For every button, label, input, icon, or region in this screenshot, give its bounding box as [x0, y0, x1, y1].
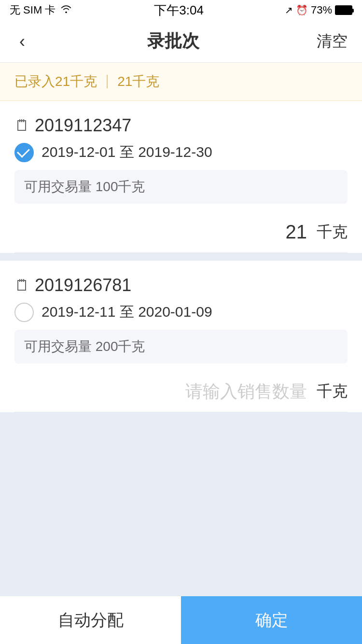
summary-value: 21千克 — [117, 72, 159, 91]
quantity-unit-1: 千克 — [317, 222, 348, 243]
nav-bar: ‹ 录批次 清空 — [0, 20, 362, 63]
batch-doc-icon-2: 🗒 — [14, 277, 30, 294]
quantity-value-1: 21 — [286, 221, 307, 243]
batch-header-2: 🗒 2019126781 — [14, 275, 348, 295]
page-title: 录批次 — [147, 29, 199, 53]
batch-number-1: 2019112347 — [35, 115, 131, 136]
confirm-button[interactable]: 确定 — [181, 596, 362, 644]
summary-banner: 已录入21千克 21千克 — [0, 63, 362, 101]
no-sim-text: 无 SIM 卡 — [10, 3, 56, 17]
batch-date-row-1[interactable]: 2019-12-01 至 2019-12-30 — [14, 142, 348, 162]
clear-button[interactable]: 清空 — [317, 31, 348, 52]
batch-date-row-2[interactable]: 2019-12-11 至 2020-01-09 — [14, 302, 348, 322]
status-bar: 无 SIM 卡 下午3:04 ↗ ⏰ 73% — [0, 0, 362, 20]
alarm-icon: ⏰ — [296, 4, 308, 16]
battery-text: 73% — [311, 4, 332, 16]
radio-checked-1[interactable] — [14, 143, 34, 162]
status-time: 下午3:04 — [154, 2, 204, 19]
summary-divider — [107, 75, 108, 88]
status-right: ↗ ⏰ 73% — [285, 4, 352, 16]
batch-number-2: 2019126781 — [35, 275, 131, 295]
qty-input-field-2[interactable] — [172, 381, 307, 402]
wifi-icon — [59, 4, 73, 16]
empty-area — [0, 412, 362, 615]
qty-unit-2: 千克 — [317, 381, 348, 402]
quantity-row-1: 21 千克 — [14, 213, 348, 253]
batch-date-2: 2019-12-11 至 2020-01-09 — [42, 302, 212, 322]
summary-recorded-label: 已录入21千克 — [14, 72, 97, 91]
batch-date-1: 2019-12-01 至 2019-12-30 — [42, 142, 212, 162]
location-icon: ↗ — [285, 4, 293, 16]
card-divider — [0, 253, 362, 261]
auto-distribute-button[interactable]: 自动分配 — [0, 596, 181, 644]
batch-doc-icon-1: 🗒 — [14, 117, 30, 135]
available-qty-2: 可用交易量 200千克 — [14, 330, 348, 364]
batch-card-1: 🗒 2019112347 2019-12-01 至 2019-12-30 可用交… — [0, 101, 362, 253]
back-button[interactable]: ‹ — [14, 27, 30, 56]
batch-card-2: 🗒 2019126781 2019-12-11 至 2020-01-09 可用交… — [0, 261, 362, 412]
batch-header-1: 🗒 2019112347 — [14, 115, 348, 136]
bottom-bar: 自动分配 确定 — [0, 596, 362, 644]
status-left: 无 SIM 卡 — [10, 3, 73, 17]
radio-unchecked-2[interactable] — [14, 303, 34, 322]
available-qty-1: 可用交易量 100千克 — [14, 170, 348, 204]
qty-input-row-2: 千克 — [14, 373, 348, 412]
battery-icon — [335, 5, 352, 15]
